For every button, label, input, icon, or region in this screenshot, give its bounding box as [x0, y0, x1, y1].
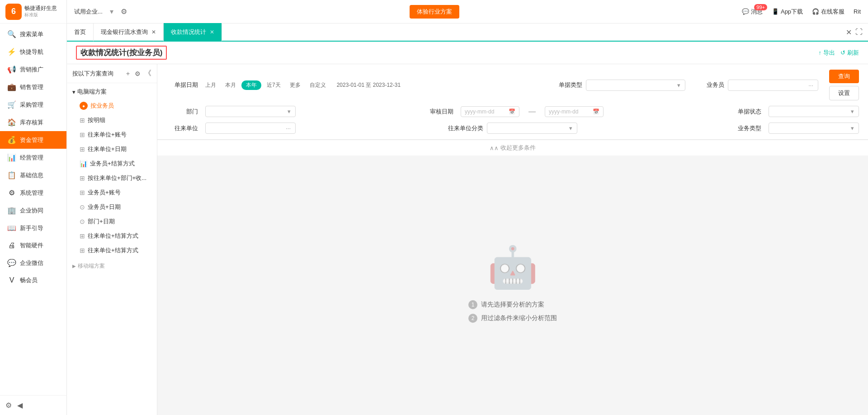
sidebar-item-basic[interactable]: 📋基础信息 [0, 166, 66, 184]
panel-collapse-icon[interactable]: 《 [144, 69, 151, 78]
sidebar-item-wechat[interactable]: 💬企业微信 [0, 254, 66, 272]
audit-date-end[interactable]: yyyy-mm-dd 📅 [545, 106, 604, 117]
sidebar-item-marketing[interactable]: 📢营销推广 [0, 61, 66, 78]
date-tab-this-year[interactable]: 本年 [241, 80, 261, 90]
date-tab-custom[interactable]: 自定义 [306, 80, 330, 90]
more-dots-icon[interactable]: ··· [808, 82, 813, 89]
sidebar-item-hardware[interactable]: 🖨智能硬件 [0, 237, 66, 254]
audit-date-end-text: yyyy-mm-dd [549, 108, 578, 115]
refresh-button[interactable]: ↺ 刷新 [840, 49, 859, 57]
close-window-icon[interactable]: ✕ [846, 28, 852, 37]
service-label: 在线客服 [821, 8, 844, 16]
sidebar-item-quicknav[interactable]: ⚡快捷导航 [0, 43, 66, 61]
nav-icon-member: V [7, 276, 16, 284]
dropdown-icon[interactable]: ▾ [110, 7, 113, 16]
date-label: 单据日期 [166, 81, 198, 89]
tree-item-partner-settlement2[interactable]: ⊞ 往来单位+结算方式 [67, 243, 157, 258]
header-left: 试用企业... ▾ ⚙ [74, 7, 127, 16]
tab-collection[interactable]: 收款情况统计 ✕ [164, 23, 222, 41]
export-label: 导出 [823, 49, 835, 57]
date-tab-last-month[interactable]: 上月 [202, 80, 220, 90]
tree-item-staff-account[interactable]: ⊞ 业务员+账号 [67, 185, 157, 200]
audit-date-start[interactable]: yyyy-mm-dd 📅 [461, 106, 519, 117]
tree-item-label-by-staff: 按业务员 [90, 102, 114, 110]
nav-label-basic: 基础信息 [20, 171, 43, 179]
tree-item-partner-dept[interactable]: ⊞ 按往来单位+部门+收... [67, 171, 157, 185]
dept-select[interactable]: ▾ [205, 106, 296, 117]
nav-label-member: 畅会员 [20, 276, 38, 284]
nav-icon-warehouse: 🏠 [7, 118, 16, 127]
gear-icon[interactable]: ⚙ [121, 7, 127, 16]
filter-area: 单据日期 上月 本月 本年 近7天 更多 自定义 2023-01-01 至 20… [157, 64, 868, 140]
tree-item-staff-settlement[interactable]: 📊 业务员+结算方式 [67, 156, 157, 171]
business-type-select[interactable]: ▾ [769, 123, 859, 134]
dept-label: 部门 [166, 108, 198, 116]
add-scheme-icon[interactable]: ＋ [125, 70, 131, 78]
header-bar: 试用企业... ▾ ⚙ 体验行业方案 💬 消息 99+ 📱 App下载 🎧 在线… [67, 0, 868, 24]
sidebar-item-purchase[interactable]: 🛒采购管理 [0, 96, 66, 113]
audit-date-start-text: yyyy-mm-dd [465, 108, 494, 115]
panel-actions: ＋ ⚙ 《 [125, 69, 151, 78]
sidebar-item-operation[interactable]: 📊经营管理 [0, 149, 66, 166]
step-num-1: 1 [468, 300, 477, 309]
sidebar-item-sales[interactable]: 💼销售管理 [0, 78, 66, 96]
sidebar-item-finance[interactable]: 💰资金管理 [0, 131, 66, 149]
date-tab-this-month[interactable]: 本月 [222, 80, 240, 90]
action-buttons: 查询 设置 [829, 70, 859, 100]
tree-section-mobile[interactable]: ▶ 移动端方案 [67, 259, 157, 273]
tree-item-partner-date[interactable]: ⊞ 往来单位+日期 [67, 142, 157, 156]
collapse-more-button[interactable]: ∧∧ 收起更多条件 [157, 140, 868, 156]
active-indicator: ● [80, 102, 88, 110]
sidebar-item-guide[interactable]: 📖新手引导 [0, 219, 66, 237]
tree-item-partner-settlement1[interactable]: ⊞ 往来单位+结算方式 [67, 229, 157, 243]
item-icon: ⊞ [80, 247, 85, 254]
collapse-icon[interactable]: ◀ [17, 401, 23, 410]
tree-item-staff-date[interactable]: ⊙ 业务员+日期 [67, 200, 157, 214]
settings-button[interactable]: 设置 [829, 86, 859, 100]
tab-home-label: 首页 [74, 28, 86, 36]
date-tab-7days[interactable]: 近7天 [263, 80, 284, 90]
export-button[interactable]: ↑ 导出 [819, 49, 835, 57]
tab-cashflow-close[interactable]: ✕ [151, 29, 156, 35]
more-dots-icon[interactable]: ··· [286, 125, 291, 132]
sidebar-item-member[interactable]: V畅会员 [0, 272, 66, 289]
tab-collection-close[interactable]: ✕ [210, 29, 214, 35]
nav-label-operation: 经营管理 [20, 154, 43, 162]
query-button[interactable]: 查询 [829, 70, 859, 83]
settings-icon[interactable]: ⚙ [5, 401, 12, 410]
tree-item-dept-date[interactable]: ⊙ 部门+日期 [67, 214, 157, 229]
trial-button[interactable]: 体验行业方案 [410, 5, 459, 19]
calendar-icon[interactable]: 📅 [593, 108, 599, 115]
tree-root-desktop[interactable]: ▾ 电脑端方案 [67, 85, 157, 99]
nav-label-wechat: 企业微信 [20, 259, 43, 267]
partner-category-select[interactable]: ▾ [487, 123, 577, 134]
calendar-icon[interactable]: 📅 [509, 108, 515, 115]
nav-icon-wechat: 💬 [7, 259, 16, 267]
scheme-settings-icon[interactable]: ⚙ [135, 70, 141, 77]
tab-cashflow[interactable]: 现金银行流水查询 ✕ [94, 23, 164, 41]
date-tab-more[interactable]: 更多 [286, 80, 304, 90]
tree-item-by-detail[interactable]: ⊞ 按明细 [67, 113, 157, 127]
tree-item-by-staff[interactable]: ● 按业务员 [67, 99, 157, 113]
voucher-status-select[interactable]: ▾ [769, 106, 859, 117]
staff-select[interactable]: ··· [728, 80, 818, 91]
voucher-type-select[interactable]: ▾ [586, 80, 685, 91]
left-panel: 按以下方案查询 ＋ ⚙ 《 ▾ 电脑端方案 ● 按业务员 ⊞ [67, 64, 157, 415]
nav-icon-marketing: 📢 [7, 65, 16, 74]
user-label: 试用企业... [74, 8, 103, 16]
sidebar-item-search[interactable]: 🔍搜索菜单 [0, 25, 66, 43]
sidebar-item-enterprise[interactable]: 🏢企业协同 [0, 202, 66, 219]
partner-select[interactable]: ··· [205, 123, 296, 134]
notification-item[interactable]: 💬 消息 99+ [742, 8, 763, 16]
tree-item-partner-account[interactable]: ⊞ 往来单位+账号 [67, 127, 157, 142]
maximize-window-icon[interactable]: ⛶ [855, 28, 863, 36]
page-title-text: 收款情况统计(按业务员) [80, 48, 162, 57]
tab-home[interactable]: 首页 [67, 23, 94, 41]
app-download-item[interactable]: 📱 App下载 [772, 8, 803, 16]
sidebar-bottom: ⚙ ◀ [0, 395, 66, 415]
tree-item-label: 往来单位+结算方式 [88, 232, 138, 240]
service-item[interactable]: 🎧 在线客服 [812, 8, 844, 16]
sidebar-item-warehouse[interactable]: 🏠库存核算 [0, 113, 66, 131]
sidebar-item-system[interactable]: ⚙系统管理 [0, 184, 66, 202]
nav-label-quicknav: 快捷导航 [20, 48, 43, 56]
